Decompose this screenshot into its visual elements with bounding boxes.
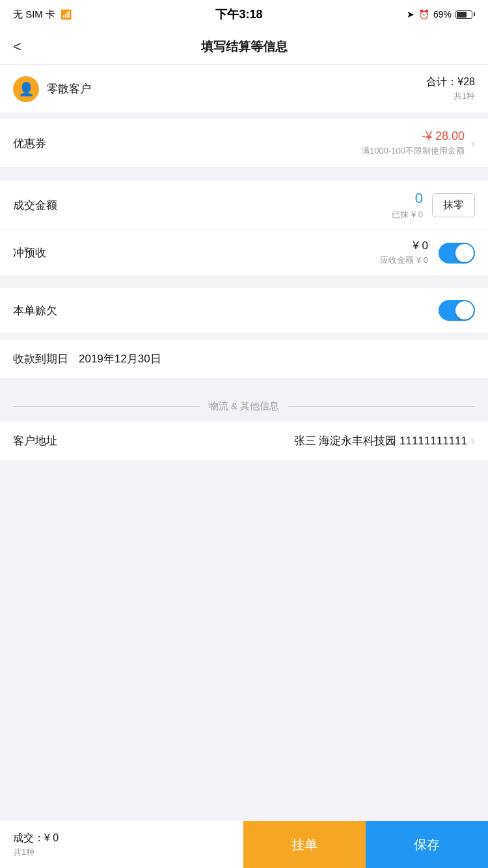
save-button[interactable]: 保存 bbox=[366, 821, 488, 868]
coupon-discount: -¥ 28.00 bbox=[361, 129, 465, 143]
due-date-row: 收款到期日 2019年12月30日 bbox=[0, 340, 488, 378]
address-chevron-icon: › bbox=[471, 434, 475, 448]
due-date-value: 2019年12月30日 bbox=[79, 351, 161, 366]
battery-icon bbox=[455, 10, 475, 19]
advance-right: ¥ 0 应收金额 ¥ 0 bbox=[380, 239, 475, 266]
credit-debt-label: 本单赊欠 bbox=[13, 303, 57, 318]
deal-amount-sub: 已抹 ¥ 0 bbox=[392, 209, 423, 221]
coupon-row[interactable]: 优惠券 -¥ 28.00 满1000-100不限制使用金额 › bbox=[0, 119, 488, 168]
coupon-right: -¥ 28.00 满1000-100不限制使用金额 › bbox=[361, 129, 475, 157]
pending-button[interactable]: 挂单 bbox=[243, 821, 366, 868]
address-right: 张三 海淀永丰科技园 11111111111 › bbox=[294, 433, 475, 448]
deal-amount-label: 成交金额 bbox=[13, 198, 57, 213]
advance-sub: 应收金额 ¥ 0 bbox=[380, 254, 428, 266]
content-area: 👤 零散客户 合计：¥28 共1种 优惠券 -¥ 28.00 满1000-100… bbox=[0, 65, 488, 519]
advance-label: 冲预收 bbox=[13, 245, 46, 260]
bottom-deal-text: 成交： bbox=[13, 832, 44, 843]
alarm-icon: ⏰ bbox=[418, 9, 429, 20]
logistics-label: 物流 & 其他信息 bbox=[209, 400, 279, 413]
status-left: 无 SIM 卡 📶 bbox=[13, 8, 72, 21]
credit-toggle[interactable] bbox=[439, 300, 475, 321]
address-value: 张三 海淀永丰科技园 11111111111 bbox=[294, 433, 467, 448]
bottom-deal-value: ¥ 0 bbox=[44, 832, 59, 843]
address-row[interactable]: 客户地址 张三 海淀永丰科技园 11111111111 › bbox=[0, 422, 488, 460]
divider-2 bbox=[0, 282, 488, 288]
advance-row: 冲预收 ¥ 0 应收金额 ¥ 0 bbox=[0, 230, 488, 275]
status-right: ➤ ⏰ 69% bbox=[407, 9, 475, 20]
customer-right: 合计：¥28 共1种 bbox=[426, 75, 475, 102]
advance-values: ¥ 0 应收金额 ¥ 0 bbox=[380, 239, 428, 266]
status-bar: 无 SIM 卡 📶 下午3:18 ➤ ⏰ 69% bbox=[0, 0, 488, 29]
deal-amount-row: 成交金额 0 已抹 ¥ 0 抹零 bbox=[0, 181, 488, 230]
chevron-right-icon: › bbox=[471, 137, 475, 150]
divider-3 bbox=[0, 385, 488, 391]
nav-bar: < 填写结算等信息 bbox=[0, 29, 488, 65]
credit-toggle-knob bbox=[455, 301, 474, 319]
customer-total: 合计：¥28 bbox=[426, 75, 475, 89]
round-zero-button[interactable]: 抹零 bbox=[432, 193, 475, 217]
credit-debt-row: 本单赊欠 bbox=[0, 288, 488, 333]
carrier-label: 无 SIM 卡 bbox=[13, 8, 55, 21]
deal-amount-input[interactable]: 0 bbox=[392, 190, 423, 207]
customer-row: 👤 零散客户 合计：¥28 共1种 bbox=[0, 65, 488, 113]
location-icon: ➤ bbox=[407, 9, 414, 20]
back-button[interactable]: < bbox=[13, 38, 21, 55]
page-title: 填写结算等信息 bbox=[201, 38, 288, 55]
clock: 下午3:18 bbox=[215, 7, 262, 22]
bottom-count: 共1种 bbox=[13, 847, 230, 858]
bottom-deal-label: 成交：¥ 0 bbox=[13, 832, 230, 845]
wifi-icon: 📶 bbox=[61, 9, 72, 20]
customer-avatar: 👤 bbox=[13, 76, 39, 102]
customer-left: 👤 零散客户 bbox=[13, 76, 91, 102]
logistics-divider: 物流 & 其他信息 bbox=[0, 391, 488, 422]
logistics-line-right bbox=[288, 406, 475, 407]
logistics-line-left bbox=[13, 406, 200, 407]
advance-toggle[interactable] bbox=[439, 243, 475, 264]
bottom-bar: 成交：¥ 0 共1种 挂单 保存 bbox=[0, 821, 488, 868]
coupon-desc: 满1000-100不限制使用金额 bbox=[361, 145, 465, 157]
bottom-summary: 成交：¥ 0 共1种 bbox=[0, 832, 243, 858]
address-label: 客户地址 bbox=[13, 433, 57, 448]
coupon-label: 优惠券 bbox=[13, 136, 46, 151]
toggle-knob bbox=[455, 244, 474, 262]
divider-1 bbox=[0, 174, 488, 181]
battery-percent: 69% bbox=[433, 9, 452, 20]
due-date-label: 收款到期日 bbox=[13, 351, 68, 366]
deal-amount-right: 0 已抹 ¥ 0 抹零 bbox=[392, 190, 475, 221]
customer-name: 零散客户 bbox=[47, 81, 91, 96]
advance-value: ¥ 0 bbox=[380, 239, 428, 252]
customer-count: 共1种 bbox=[426, 90, 475, 102]
